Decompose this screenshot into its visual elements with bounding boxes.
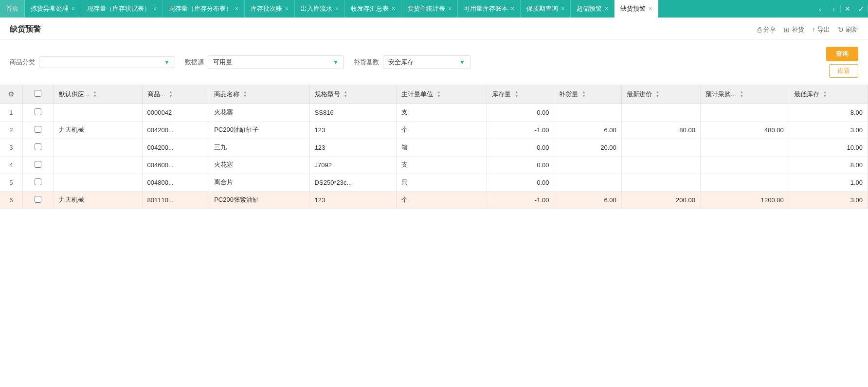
- category-select[interactable]: ▼: [39, 56, 175, 68]
- row-checkbox-2[interactable]: [35, 126, 41, 133]
- datasource-select[interactable]: 可用量 ▼: [208, 55, 344, 69]
- sort-spec-icon: ▲▼: [344, 90, 347, 98]
- tab-close-all-btn[interactable]: ✕: [841, 5, 854, 13]
- tab-close-available-ledger[interactable]: ×: [511, 5, 514, 12]
- datasource-arrow-icon: ▼: [333, 59, 339, 66]
- table-row: 5 004800... 离合片 DS250*23c... 只 0.00 1.00: [0, 174, 868, 191]
- row-checkbox-cell-5[interactable]: [22, 174, 54, 191]
- col-product-code[interactable]: 商品... ▲▼: [142, 85, 209, 104]
- tab-close-inventory-dist[interactable]: ×: [235, 5, 238, 12]
- row-latest-price-6: 200.00: [621, 191, 700, 209]
- tab-close-abnormal[interactable]: ×: [72, 5, 75, 12]
- tab-demand-stats[interactable]: 要货单统计表 ×: [401, 0, 458, 18]
- row-checkbox-4[interactable]: [35, 161, 41, 168]
- row-checkbox-6[interactable]: [35, 196, 41, 203]
- tab-abnormal[interactable]: 拣货异常处理 ×: [25, 0, 81, 18]
- tab-close-expiry-query[interactable]: ×: [561, 5, 564, 12]
- tab-close-receive-summary[interactable]: ×: [392, 5, 395, 12]
- row-number-6: 6: [0, 191, 22, 209]
- row-latest-price-4: [621, 156, 700, 174]
- col-default-supplier[interactable]: 默认供应... ▲▼: [54, 85, 142, 104]
- row-unit-5: 只: [397, 174, 487, 191]
- filter-actions: 查询 设置: [826, 47, 858, 78]
- row-number-3: 3: [0, 139, 22, 156]
- sort-min-stock-icon: ▲▼: [823, 90, 827, 98]
- tab-next-btn[interactable]: ›: [827, 5, 841, 13]
- row-number-1: 1: [0, 104, 22, 121]
- tab-close-overstock[interactable]: ×: [605, 5, 608, 12]
- export-button[interactable]: ↑ 导出: [812, 25, 830, 34]
- tab-close-inventory-status[interactable]: ×: [153, 5, 157, 12]
- row-product-name-2: PC200油缸缸子: [209, 121, 309, 139]
- tab-inventory-dist[interactable]: 现存量（库存分布表） ×: [163, 0, 245, 18]
- tab-expiry-query[interactable]: 保质期查询 ×: [521, 0, 571, 18]
- row-min-stock-6: 3.00: [789, 191, 868, 209]
- settings-button[interactable]: 设置: [829, 64, 858, 78]
- restock-basis-label: 补货基数: [354, 58, 379, 67]
- row-number-5: 5: [0, 174, 22, 191]
- row-unit-4: 支: [397, 156, 487, 174]
- col-stock[interactable]: 库存量 ▲▼: [487, 85, 554, 104]
- select-all-checkbox[interactable]: [35, 90, 41, 97]
- row-restock-qty-2: 6.00: [554, 121, 621, 139]
- tab-overstock[interactable]: 超储预警 ×: [571, 0, 615, 18]
- row-checkbox-cell-3[interactable]: [22, 139, 54, 156]
- col-product-name[interactable]: 商品名称 ▲▼: [209, 85, 309, 104]
- query-button[interactable]: 查询: [826, 47, 858, 61]
- sort-product-name-icon: ▲▼: [243, 90, 247, 98]
- row-checkbox-5[interactable]: [35, 178, 41, 185]
- row-est-purchase-5: [700, 174, 789, 191]
- tab-prev-btn[interactable]: ‹: [814, 5, 827, 13]
- row-supplier-6: 力天机械: [54, 191, 142, 209]
- col-settings[interactable]: ⚙: [0, 85, 22, 104]
- table-row: 6 力天机械 801110... PC200张紧油缸 123 个 -1.00 6…: [0, 191, 868, 209]
- row-est-purchase-1: [700, 104, 789, 121]
- tab-close-shortage[interactable]: ×: [649, 5, 652, 12]
- row-min-stock-5: 1.00: [789, 174, 868, 191]
- restock-button[interactable]: ⊞ 补货: [784, 25, 804, 34]
- tab-inout-flow[interactable]: 出入库流水 ×: [295, 0, 345, 18]
- col-latest-price[interactable]: 最新进价 ▲▼: [621, 85, 700, 104]
- tab-batch-account[interactable]: 库存批次账 ×: [245, 0, 295, 18]
- row-spec-5: DS250*23c...: [309, 174, 397, 191]
- tab-receive-summary[interactable]: 收发存汇总表 ×: [345, 0, 401, 18]
- row-checkbox-cell-6[interactable]: [22, 191, 54, 209]
- tab-home[interactable]: 首页: [0, 0, 25, 18]
- share-button[interactable]: ⎙ 分享: [758, 25, 776, 34]
- tab-inventory-status[interactable]: 现存量（库存状况表） ×: [81, 0, 163, 18]
- refresh-button[interactable]: ↻ 刷新: [838, 25, 858, 34]
- tab-available-ledger[interactable]: 可用量库存账本 ×: [458, 0, 521, 18]
- tab-maximize-btn[interactable]: ⤢: [854, 5, 868, 13]
- sort-product-code-icon: ▲▼: [169, 90, 173, 98]
- row-checkbox-cell-1[interactable]: [22, 104, 54, 121]
- row-est-purchase-4: [700, 156, 789, 174]
- category-label: 商品分类: [10, 58, 35, 67]
- tab-close-demand-stats[interactable]: ×: [448, 5, 452, 12]
- col-spec[interactable]: 规格型号 ▲▼: [309, 85, 397, 104]
- tab-close-batch-account[interactable]: ×: [285, 5, 289, 12]
- col-restock-qty[interactable]: 补货量 ▲▼: [554, 85, 621, 104]
- page-content: 缺货预警 ⎙ 分享 ⊞ 补货 ↑ 导出 ↻ 刷新 商品分类: [0, 18, 868, 387]
- row-restock-qty-6: 6.00: [554, 191, 621, 209]
- row-checkbox-cell-4[interactable]: [22, 156, 54, 174]
- col-est-purchase[interactable]: 预计采购... ▲▼: [700, 85, 789, 104]
- row-checkbox-cell-2[interactable]: [22, 121, 54, 139]
- row-stock-1: 0.00: [487, 104, 554, 121]
- datasource-label: 数据源: [185, 58, 204, 67]
- row-checkbox-1[interactable]: [35, 108, 41, 115]
- sort-supplier-icon: ▲▼: [93, 90, 97, 98]
- col-min-stock[interactable]: 最低库存 ▲▼: [789, 85, 868, 104]
- row-min-stock-1: 8.00: [789, 104, 868, 121]
- tab-shortage[interactable]: 缺货预警 ×: [615, 0, 658, 18]
- row-latest-price-3: [621, 139, 700, 156]
- row-product-name-5: 离合片: [209, 174, 309, 191]
- row-stock-2: -1.00: [487, 121, 554, 139]
- refresh-icon: ↻: [838, 26, 844, 34]
- restock-basis-select[interactable]: 安全库存 ▼: [383, 55, 470, 69]
- row-stock-6: -1.00: [487, 191, 554, 209]
- row-min-stock-2: 3.00: [789, 121, 868, 139]
- row-checkbox-3[interactable]: [35, 143, 41, 150]
- sort-price-icon: ▲▼: [655, 90, 659, 98]
- col-unit[interactable]: 主计量单位 ▲▼: [397, 85, 487, 104]
- tab-close-inout-flow[interactable]: ×: [335, 5, 339, 12]
